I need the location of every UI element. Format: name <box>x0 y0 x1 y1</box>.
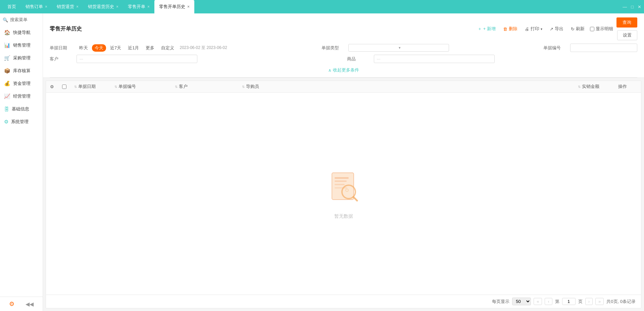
filter-client-placeholder: ··· <box>80 56 194 61</box>
sidebar-search[interactable]: 🔍 搜索菜单 <box>0 13 43 26</box>
window-min-icon[interactable]: — <box>623 4 627 9</box>
print-icon: 🖨 <box>525 27 529 32</box>
export-icon: ↗ <box>550 27 553 32</box>
tab-retail-open-history-close[interactable]: × <box>187 4 190 9</box>
filter-row-client: 客户 ··· 商品 ··· <box>50 55 637 63</box>
th-checkbox[interactable] <box>58 85 70 89</box>
th-amount[interactable]: ⇅ 实销金额 <box>574 84 614 90</box>
per-page-label: 每页显示 <box>492 299 509 305</box>
query-button[interactable]: 查询 <box>616 17 637 28</box>
page-input[interactable] <box>562 298 576 305</box>
sidebar-item-sys-mgmt-label: 系统管理 <box>11 119 29 125</box>
filter-type-dropdown[interactable]: ▾ <box>348 44 449 52</box>
tab-home[interactable]: 首页 <box>3 0 21 13</box>
tab-sales-return-close[interactable]: × <box>76 4 79 9</box>
tab-sales-order-close[interactable]: × <box>45 4 47 9</box>
date-btn-today[interactable]: 今天 <box>92 44 106 52</box>
tab-sales-return-history[interactable]: 销货退货历史 × <box>83 0 123 13</box>
filter-no-label: 单据编号 <box>543 45 563 51</box>
export-button[interactable]: ↗ 导出 <box>548 24 565 33</box>
sort-no-icon: ⇅ <box>114 85 117 89</box>
window-actions: — □ ✕ <box>623 4 641 9</box>
operation-icon: 📈 <box>4 93 10 99</box>
delete-label: 删除 <box>509 26 517 32</box>
sidebar-item-sales-mgmt-label: 销售管理 <box>13 42 31 48</box>
last-page-button[interactable]: » <box>595 298 604 305</box>
next-page-button[interactable]: › <box>585 298 593 305</box>
window-close-icon[interactable]: ✕ <box>638 4 641 9</box>
filter-date-range: 2023-06-02 至 2023-06-02 <box>180 45 227 51</box>
sidebar-item-finance[interactable]: 💰 资金管理 <box>0 77 43 90</box>
top-nav-bar: 首页 销售订单 × 销货退货 × 销货退货历史 × 零售开单 × 零售开单历史 … <box>0 0 644 13</box>
settings-button[interactable]: 设置 <box>617 30 637 40</box>
show-detail-label: 显示明细 <box>596 26 613 32</box>
date-btn-custom[interactable]: 自定义 <box>158 44 177 52</box>
th-date-label: 单据日期 <box>78 84 96 90</box>
refresh-icon: ↻ <box>571 27 575 32</box>
sidebar-item-inventory[interactable]: 📦 库存核算 <box>0 64 43 77</box>
tab-retail-open-history-label: 零售开单历史 <box>159 4 185 10</box>
tab-sales-order[interactable]: 销售订单 × <box>21 0 52 13</box>
th-no-label: 单据编号 <box>118 84 136 90</box>
add-button[interactable]: ＋ + 新增 <box>476 24 498 33</box>
select-all-checkbox[interactable] <box>62 85 66 89</box>
sidebar-settings-icon[interactable]: ⚙ <box>9 300 14 308</box>
tab-sales-return-history-close[interactable]: × <box>116 4 118 9</box>
add-icon: ＋ <box>478 26 482 32</box>
filter-client-field[interactable]: ··· <box>77 55 197 63</box>
delete-icon: 🗑 <box>503 27 507 32</box>
th-date[interactable]: ⇅ 单据日期 <box>70 84 110 90</box>
date-btn-yesterday[interactable]: 昨天 <box>77 44 91 52</box>
date-btn-7days[interactable]: 近7天 <box>107 44 124 52</box>
date-btn-more[interactable]: 更多 <box>143 44 157 52</box>
table-settings-icon[interactable]: ⚙ <box>50 84 54 89</box>
th-no[interactable]: ⇅ 单据编号 <box>110 84 171 90</box>
collapse-filter-button[interactable]: ∧ 收起更多条件 <box>50 66 637 74</box>
tab-retail-open[interactable]: 零售开单 × <box>123 0 154 13</box>
page-header: 零售开单历史 ＋ + 新增 🗑 删除 🖨 打印 ▾ <box>43 13 644 78</box>
sidebar-item-sys-mgmt[interactable]: ⚙ 系统管理 <box>0 115 43 128</box>
page-title-row: 零售开单历史 ＋ + 新增 🗑 删除 🖨 打印 ▾ <box>50 17 637 40</box>
th-amount-label: 实销金额 <box>582 84 599 90</box>
print-button[interactable]: 🖨 打印 ▾ <box>523 24 544 33</box>
th-op: 操作 <box>614 84 641 90</box>
th-guide[interactable]: ⇅ 导购员 <box>238 84 278 90</box>
purchase-icon: 🛒 <box>4 55 10 61</box>
delete-button[interactable]: 🗑 删除 <box>501 24 519 33</box>
export-label: 导出 <box>555 26 563 32</box>
svg-rect-3 <box>335 184 345 185</box>
sidebar-item-base-info[interactable]: 🗄 基础信息 <box>0 103 43 115</box>
tab-retail-open-history[interactable]: 零售开单历史 × <box>154 0 194 13</box>
sidebar-item-purchase-mgmt-label: 采购管理 <box>13 55 31 61</box>
sidebar-item-quick-nav[interactable]: 🏠 快捷导航 <box>0 26 43 39</box>
tab-retail-open-close[interactable]: × <box>147 4 150 9</box>
refresh-button[interactable]: ↻ 刷新 <box>569 24 587 33</box>
date-btn-1month[interactable]: 近1月 <box>125 44 142 52</box>
filter-goods-field[interactable]: ··· <box>374 55 495 63</box>
sidebar-search-label: 搜索菜单 <box>10 17 28 23</box>
total-info: 共0页, 0条记录 <box>606 299 636 305</box>
filter-no-input[interactable] <box>570 44 637 52</box>
tab-sales-return[interactable]: 销货退货 × <box>52 0 83 13</box>
sidebar-item-sales-mgmt[interactable]: 📊 销售管理 <box>0 39 43 52</box>
show-detail-checkbox[interactable] <box>590 27 594 31</box>
sidebar-item-operation[interactable]: 📈 经营管理 <box>0 90 43 103</box>
sidebar-collapse-icon[interactable]: ◀◀ <box>26 301 34 307</box>
sort-client-icon: ⇅ <box>175 85 178 89</box>
filter-row-date: 单据日期 昨天 今天 近7天 近1月 更多 自定义 2023-06-02 至 2… <box>50 44 637 52</box>
content-area: 零售开单历史 ＋ + 新增 🗑 删除 🖨 打印 ▾ <box>43 13 644 311</box>
add-label: + 新增 <box>483 26 496 32</box>
per-page-select[interactable]: 50 100 200 <box>512 298 531 305</box>
first-page-button[interactable]: « <box>534 298 542 305</box>
prev-page-button[interactable]: ‹ <box>545 298 552 305</box>
sort-amount-icon: ⇅ <box>578 85 581 89</box>
page-suffix-label: 页 <box>578 299 583 305</box>
show-detail-toggle[interactable]: 显示明细 <box>590 26 613 32</box>
pagination: 每页显示 50 100 200 « ‹ 第 页 › » 共0页, 0条记录 <box>46 295 641 308</box>
th-op-label: 操作 <box>618 84 627 90</box>
filter-goods-label: 商品 <box>347 56 367 62</box>
th-client[interactable]: ⇅ 客户 <box>171 84 238 90</box>
th-settings[interactable]: ⚙ <box>46 84 58 89</box>
sidebar-item-purchase-mgmt[interactable]: 🛒 采购管理 <box>0 52 43 64</box>
window-max-icon[interactable]: □ <box>631 4 634 9</box>
